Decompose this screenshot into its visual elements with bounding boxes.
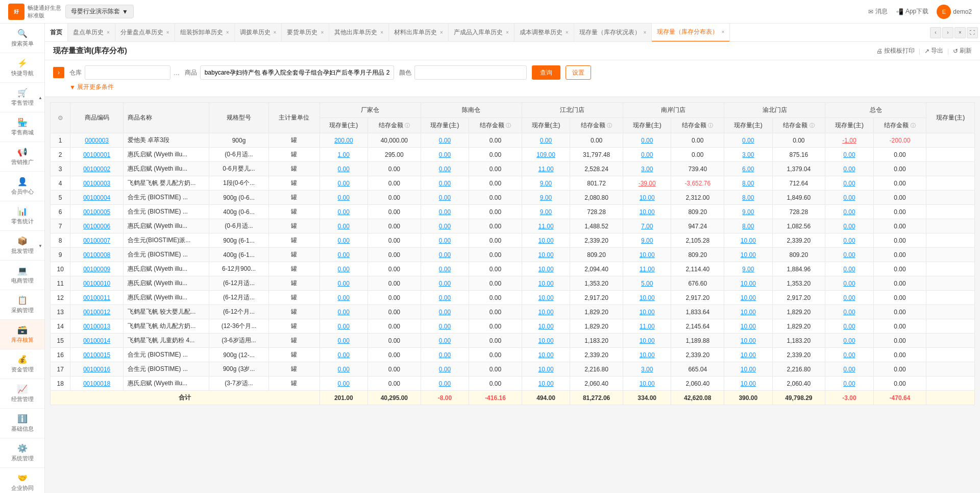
search-button[interactable]: 查询	[532, 65, 560, 80]
color-input[interactable]	[414, 65, 527, 80]
summary-jiangbei-qty: 494.00	[522, 391, 570, 405]
tabs-container: 盘点单历史 × 分量盘点单历史 × 组装拆卸单历史 × 调拨单历史 × 要货单历…	[68, 24, 928, 42]
tab-transfer[interactable]: 调拨单历史 ×	[235, 24, 282, 42]
tab-close-icon[interactable]: ×	[721, 29, 724, 35]
tab-cost-adjust[interactable]: 成本调整单历史 ×	[514, 24, 574, 42]
tab-expand-btn[interactable]: ⛶	[967, 27, 978, 38]
sidebar-item-member[interactable]: 👤 会员中心	[0, 172, 44, 201]
cell-factory-qty: 0.00	[320, 348, 368, 362]
setting-button[interactable]: 设置	[566, 65, 591, 80]
cell-total-amt: 0.00	[873, 219, 926, 233]
sidebar-item-system[interactable]: ⚙️ 系统管理	[0, 438, 44, 468]
mall-icon: 🏪	[17, 118, 28, 127]
table-row: 7 00100006 惠氏启赋 (Wyeth illu... (0-6月适...…	[51, 219, 975, 233]
tab-partial-stocktake[interactable]: 分量盘点单历史 ×	[115, 24, 175, 42]
tab-product-inbound[interactable]: 产成品入库单历史 ×	[449, 24, 514, 42]
info-circle-icon[interactable]: ⓘ	[810, 123, 815, 128]
cell-factory-qty: 0.00	[320, 191, 368, 205]
tab-home[interactable]: 首页	[45, 24, 68, 42]
table-scroll[interactable]: ⚙ 商品编码 商品名称 规格型号 主计量单位 厂家仓 陈南仓 江北门店 南岸门店…	[50, 102, 975, 405]
tab-close-icon[interactable]: ×	[107, 30, 110, 35]
cell-factory-amt: 0.00	[368, 291, 421, 305]
app-download-btn[interactable]: 📲 App下载	[896, 7, 928, 16]
tab-stock-distribution[interactable]: 现存量（库存分布表） ×	[652, 24, 730, 42]
summary-jiangbei-amt: 81,272.06	[570, 391, 623, 405]
cell-total-amt: 0.00	[873, 233, 926, 248]
cell-code: 00100002	[70, 162, 124, 176]
tab-stocktake-history[interactable]: 盘点单历史 ×	[68, 24, 115, 42]
info-circle-icon[interactable]: ⓘ	[708, 123, 713, 128]
tab-close-icon[interactable]: ×	[566, 30, 569, 35]
refresh-btn[interactable]: ↺ 刷新	[953, 46, 972, 55]
cell-chennan-amt: 0.00	[469, 377, 522, 391]
sub-header-factory-qty: 现存量(主)	[320, 118, 368, 133]
cell-jiangbei-amt: 1,183.20	[570, 334, 623, 348]
sidebar-item-retail-mgmt[interactable]: 🛒 零售管理 ▲	[0, 83, 44, 112]
tab-close-icon[interactable]: ×	[166, 30, 169, 35]
tab-close-icon[interactable]: ×	[644, 30, 647, 35]
cell-total-qty: 0.00	[825, 248, 874, 262]
tab-stock-status[interactable]: 现存量（库存状况表） ×	[574, 24, 652, 42]
export-btn[interactable]: ↗ 导出	[924, 46, 943, 55]
top-bar-right: ✉ 消息 📲 App下载 E demo2	[868, 5, 972, 19]
sidebar-item-mall[interactable]: 🏪 零售商城	[0, 112, 44, 142]
system-selector[interactable]: 母婴行业演示陈套 ▼	[65, 5, 134, 18]
cell-jiangbei-amt: 2,339.20	[570, 348, 623, 362]
sidebar-item-purchase[interactable]: 📋 采购管理	[0, 290, 44, 320]
sidebar-item-inventory[interactable]: 🗃️ 库存核算	[0, 320, 44, 349]
cell-yuanbei-amt: 2,339.20	[772, 348, 825, 362]
sidebar-item-ecommerce[interactable]: 💻 电商管理	[0, 261, 44, 290]
cell-jiangbei-amt: 0.00	[570, 133, 623, 148]
sidebar-item-operations[interactable]: 📈 经营管理	[0, 379, 44, 409]
cell-total-amt: 0.00	[873, 377, 926, 391]
collapse-search-btn[interactable]: ›	[53, 67, 64, 78]
cell-extra	[926, 305, 975, 319]
settings-icon[interactable]: ⚙	[58, 114, 63, 122]
sidebar-item-search[interactable]: 🔍 搜索英单	[0, 24, 44, 53]
tab-close-icon[interactable]: ×	[380, 30, 383, 35]
info-circle-icon[interactable]: ⓘ	[607, 123, 612, 128]
product-input[interactable]	[200, 65, 394, 80]
tab-close-icon[interactable]: ×	[226, 30, 229, 35]
tab-prev-btn[interactable]: ‹	[930, 27, 941, 38]
sidebar-item-finance[interactable]: 💰 资金管理	[0, 349, 44, 379]
cell-chennan-amt: 0.00	[469, 248, 522, 262]
user-menu[interactable]: E demo2	[937, 5, 972, 19]
cell-factory-amt: 40,000.00	[368, 133, 421, 148]
print-btn[interactable]: 🖨 按模板打印	[876, 46, 915, 55]
cell-yuanbei-amt: 1,884.96	[772, 262, 825, 276]
warehouse-input[interactable]	[85, 65, 170, 80]
tab-close-icon[interactable]: ×	[274, 30, 277, 35]
cell-nanan-qty: 10.00	[623, 191, 671, 205]
info-circle-icon[interactable]: ⓘ	[506, 123, 511, 128]
cell-jiangbei-amt: 1,488.52	[570, 219, 623, 233]
sidebar-item-basic-info[interactable]: ℹ️ 基础信息	[0, 409, 44, 438]
info-circle-icon[interactable]: ⓘ	[405, 123, 410, 128]
tab-next-btn[interactable]: ›	[942, 27, 953, 38]
sidebar-item-retail-stats[interactable]: 📊 零售统计	[0, 201, 44, 231]
sidebar-item-marketing[interactable]: 📢 营销推广	[0, 142, 44, 172]
tab-material-outbound[interactable]: 材料出库单历史 ×	[389, 24, 449, 42]
sidebar-item-wholesale[interactable]: 📦 批发管理 ▼	[0, 231, 44, 261]
cell-chennan-qty: 0.00	[421, 233, 469, 248]
sidebar-item-quicknav[interactable]: ⚡ 快捷导航	[0, 53, 44, 83]
expand-more-btn[interactable]: ▼ 展开更多条件	[69, 83, 972, 91]
tab-close-all-btn[interactable]: ×	[954, 27, 966, 38]
tab-outbound[interactable]: 其他出库单历史 ×	[329, 24, 389, 42]
warehouse-dots-btn[interactable]: ...	[174, 68, 180, 77]
info-circle-icon[interactable]: ⓘ	[911, 123, 916, 128]
sub-header-nanan-qty: 现存量(主)	[623, 118, 671, 133]
cell-chennan-amt: 0.00	[469, 219, 522, 233]
tab-requisition[interactable]: 要货单历史 ×	[282, 24, 329, 42]
cell-nanan-qty: 7.00	[623, 219, 671, 233]
sidebar-item-collab[interactable]: 🤝 企业协同	[0, 468, 44, 493]
tab-close-icon[interactable]: ×	[321, 30, 324, 35]
cell-total-qty: 0.00	[825, 191, 874, 205]
tab-assembly[interactable]: 组装拆卸单历史 ×	[175, 24, 235, 42]
tab-close-icon[interactable]: ×	[440, 30, 443, 35]
cell-nanan-amt: 665.04	[671, 362, 724, 377]
tab-close-icon[interactable]: ×	[506, 30, 509, 35]
chevron-down-icon: ▼	[122, 8, 128, 15]
message-btn[interactable]: ✉ 消息	[868, 7, 888, 16]
cell-num: 4	[51, 176, 70, 191]
